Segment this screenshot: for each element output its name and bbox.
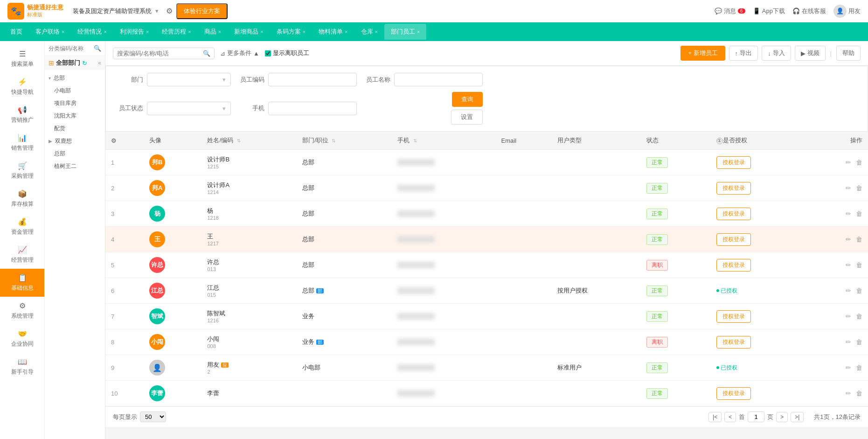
user-menu[interactable]: 👤 用友 bbox=[833, 5, 861, 18]
col-phone[interactable]: 手机 ⇅ bbox=[392, 132, 496, 150]
refresh-icon[interactable]: ↻ bbox=[82, 60, 87, 67]
close-icon[interactable]: × bbox=[146, 29, 149, 35]
dept-item-planting[interactable]: 植树王二 bbox=[45, 160, 105, 173]
delete-icon[interactable]: 🗑 bbox=[856, 236, 862, 243]
dept-item-electronics[interactable]: 小电部 bbox=[45, 84, 105, 97]
online-service-button[interactable]: 🎧 在线客服 bbox=[792, 7, 826, 15]
edit-icon[interactable]: ✏ bbox=[846, 313, 851, 320]
view-button[interactable]: ▶ 视频 bbox=[795, 46, 826, 61]
edit-icon[interactable]: ✏ bbox=[846, 338, 851, 346]
delete-icon[interactable]: 🗑 bbox=[856, 364, 862, 371]
message-button[interactable]: 💬 消息 6 bbox=[715, 7, 745, 15]
close-icon[interactable]: × bbox=[188, 29, 191, 35]
delete-icon[interactable]: 🗑 bbox=[856, 184, 862, 192]
delete-icon[interactable]: 🗑 bbox=[856, 390, 862, 397]
delete-icon[interactable]: 🗑 bbox=[856, 261, 862, 269]
tab-goods[interactable]: 商品 × bbox=[198, 24, 228, 40]
dept-search-input[interactable] bbox=[49, 45, 94, 52]
tab-department[interactable]: 部门员工 × bbox=[384, 24, 426, 40]
chevron-down-icon[interactable]: ▾ bbox=[155, 7, 159, 14]
edit-icon[interactable]: ✏ bbox=[846, 364, 851, 371]
emp-name-input[interactable] bbox=[394, 73, 483, 86]
nav-item-inventory[interactable]: 📦 库存核算 bbox=[0, 185, 44, 213]
nav-item-purchase[interactable]: 🛒 采购管理 bbox=[0, 157, 44, 185]
nav-item-system[interactable]: ⚙ 系统管理 bbox=[0, 297, 44, 325]
close-icon[interactable]: × bbox=[260, 29, 263, 35]
auth-login-button[interactable]: 授权登录 bbox=[716, 259, 751, 272]
edit-icon[interactable]: ✏ bbox=[846, 261, 851, 269]
tab-add-goods[interactable]: 新增商品 × bbox=[228, 24, 270, 40]
nav-item-operations[interactable]: 📈 经营管理 bbox=[0, 241, 44, 269]
edit-icon[interactable]: ✏ bbox=[846, 184, 851, 192]
delete-icon[interactable]: 🗑 bbox=[856, 287, 862, 294]
settings-icon[interactable]: ⚙ bbox=[166, 7, 173, 15]
dept-item-hq[interactable]: 总部 bbox=[45, 147, 105, 160]
show-resigned-checkbox[interactable]: 显示离职员工 bbox=[265, 49, 309, 57]
dept-item-root[interactable]: ▾ 总部 bbox=[45, 72, 105, 84]
tab-history[interactable]: 经营历程 × bbox=[155, 24, 197, 40]
close-icon[interactable]: × bbox=[417, 29, 420, 35]
auth-login-button[interactable]: 授权登录 bbox=[716, 336, 751, 348]
nav-item-finance[interactable]: 💰 资金管理 bbox=[0, 213, 44, 241]
prev-page-button[interactable]: < bbox=[724, 412, 736, 422]
search-button[interactable]: 查询 bbox=[452, 92, 483, 107]
export-button[interactable]: ↑ 导出 bbox=[729, 46, 758, 61]
status-select[interactable]: ▾ bbox=[147, 102, 231, 115]
auth-login-button[interactable]: 授权登录 bbox=[716, 310, 751, 323]
dept-item-delivery[interactable]: 配货 bbox=[45, 122, 105, 135]
search-icon[interactable]: 🔍 bbox=[203, 50, 210, 57]
col-settings[interactable]: ⚙ bbox=[105, 132, 144, 150]
tab-barcode[interactable]: 条码方案 × bbox=[270, 24, 312, 40]
tab-operations[interactable]: 经营情况 × bbox=[71, 24, 113, 40]
close-icon[interactable]: × bbox=[104, 29, 106, 35]
nav-item-marketing[interactable]: 📢 营销推广 bbox=[0, 101, 44, 129]
close-icon[interactable]: × bbox=[303, 29, 306, 35]
nav-item-shortcut[interactable]: ⚡ 快捷导航 bbox=[0, 73, 44, 101]
nav-item-basic[interactable]: 📋 基础信息 bbox=[0, 269, 44, 297]
next-page-button[interactable]: > bbox=[776, 412, 788, 422]
close-icon[interactable]: × bbox=[218, 29, 221, 35]
delete-icon[interactable]: 🗑 bbox=[856, 159, 862, 166]
delete-icon[interactable]: 🗑 bbox=[856, 313, 862, 320]
dept-item-shuanglu[interactable]: ▶ 双鹿想 bbox=[45, 135, 105, 147]
collapse-icon[interactable]: « bbox=[98, 60, 101, 66]
close-icon[interactable]: × bbox=[375, 29, 378, 35]
tab-profit[interactable]: 利润报告 × bbox=[113, 24, 155, 40]
edit-icon[interactable]: ✏ bbox=[846, 287, 851, 294]
tab-bom[interactable]: 物料清单 × bbox=[312, 24, 354, 40]
auth-login-button[interactable]: 授权登录 bbox=[716, 156, 751, 169]
set-button[interactable]: 设置 bbox=[451, 110, 483, 125]
more-conditions-button[interactable]: ⊿ 更多条件 ▲ bbox=[220, 49, 259, 57]
edit-icon[interactable]: ✏ bbox=[846, 236, 851, 243]
close-icon[interactable]: × bbox=[62, 29, 64, 35]
import-button[interactable]: ↓ 导入 bbox=[762, 46, 791, 61]
delete-icon[interactable]: 🗑 bbox=[856, 210, 862, 217]
nav-item-guide[interactable]: 📖 新手引导 bbox=[0, 353, 44, 381]
auth-login-button[interactable]: 授权登录 bbox=[716, 233, 751, 246]
auth-login-button[interactable]: 授权登录 bbox=[716, 208, 751, 220]
dept-select[interactable]: ▾ bbox=[147, 73, 231, 86]
edit-icon[interactable]: ✏ bbox=[846, 210, 851, 217]
tab-home[interactable]: 首页 bbox=[4, 24, 29, 40]
tab-warehouse[interactable]: 仓库 × bbox=[354, 24, 384, 40]
col-name[interactable]: 姓名/编码 ⇅ bbox=[201, 132, 297, 150]
page-number-input[interactable] bbox=[748, 411, 764, 422]
tab-customer[interactable]: 客户联络 × bbox=[29, 24, 71, 40]
first-page-button[interactable]: |< bbox=[708, 412, 722, 422]
last-page-button[interactable]: >| bbox=[791, 412, 804, 422]
page-size-select[interactable]: 50 100 bbox=[140, 411, 166, 422]
delete-icon[interactable]: 🗑 bbox=[856, 338, 862, 346]
nav-item-sales[interactable]: 📊 销售管理 bbox=[0, 129, 44, 157]
dept-item-project[interactable]: 项目库房 bbox=[45, 97, 105, 110]
auth-login-button[interactable]: 授权登录 bbox=[716, 182, 751, 195]
nav-item-collab[interactable]: 🤝 企业协同 bbox=[0, 325, 44, 353]
help-button[interactable]: 帮助 bbox=[836, 46, 861, 61]
trial-button[interactable]: 体验行业方案 bbox=[176, 3, 228, 19]
phone-input[interactable] bbox=[268, 102, 357, 115]
nav-item-search[interactable]: ☰ 搜索菜单 bbox=[0, 45, 44, 73]
edit-icon[interactable]: ✏ bbox=[846, 159, 851, 166]
add-employee-button[interactable]: + 新增员工 bbox=[681, 46, 725, 61]
edit-icon[interactable]: ✏ bbox=[846, 390, 851, 397]
dept-item-shenyang[interactable]: 沈阳大库 bbox=[45, 110, 105, 122]
emp-code-input[interactable] bbox=[268, 73, 357, 86]
